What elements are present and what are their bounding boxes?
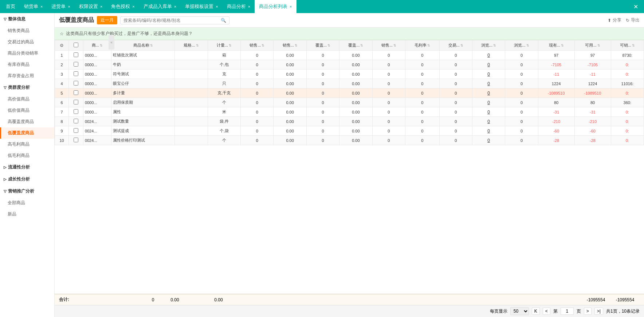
row-browse1[interactable]: 0	[472, 117, 505, 126]
sidebar-section-circulation[interactable]: ▷ 流通性分析	[0, 161, 54, 173]
row-sales-amt: 0.00	[274, 107, 306, 117]
search-icon[interactable]: 🔍	[221, 18, 226, 23]
row-checkbox[interactable]	[69, 136, 83, 145]
row-gross-margin: 0	[405, 79, 439, 88]
row-available: 80	[574, 98, 611, 107]
row-browse1[interactable]: 0	[472, 107, 505, 117]
close-icon[interactable]: ×	[40, 4, 43, 9]
select-all-checkbox[interactable]	[74, 43, 78, 47]
close-icon[interactable]: ×	[290, 4, 292, 9]
share-button[interactable]: ⬆ 分享	[608, 17, 621, 23]
row-name: 旺辅批次测试	[111, 51, 175, 60]
row-available: -7105	[574, 60, 611, 70]
row-checkbox[interactable]	[69, 117, 83, 126]
nav-tab-analysis-list[interactable]: 商品分析列表 ×	[255, 0, 296, 13]
row-gross-margin: 0	[405, 98, 439, 107]
export-label: 导出	[631, 17, 640, 23]
total-current-stock: -1095554	[581, 297, 610, 302]
row-coverage1: 0	[306, 60, 339, 70]
sidebar-item-high-value[interactable]: 高价值商品	[0, 94, 54, 105]
row-browse1[interactable]: 0	[472, 70, 505, 79]
row-sales-amt: 0.00	[274, 60, 306, 70]
row-checkbox[interactable]	[69, 60, 83, 70]
row-unit: 只	[208, 79, 240, 88]
nav-tab-template[interactable]: 单据模板设置 ×	[181, 0, 222, 13]
row-browse1[interactable]: 0	[472, 60, 505, 70]
row-checkbox[interactable]	[69, 98, 83, 107]
window-close-button[interactable]: ✕	[629, 3, 643, 10]
sidebar-item-high-profit[interactable]: 高毛利商品	[0, 139, 54, 150]
sidebar-item-all-goods[interactable]: 全部商品	[0, 197, 54, 209]
row-checkbox[interactable]	[69, 79, 83, 88]
nav-tab-sales[interactable]: 销货单 ×	[20, 0, 47, 13]
sidebar-collapse-button[interactable]: «	[109, 35, 114, 49]
period-button[interactable]: 近一月	[97, 16, 117, 24]
page-input[interactable]	[561, 308, 574, 315]
row-browse1[interactable]: 0	[472, 51, 505, 60]
sidebar-item-low-coverage[interactable]: 低覆盖度商品	[0, 127, 54, 139]
row-transaction: 0	[439, 98, 472, 107]
last-page-button[interactable]: >|	[594, 308, 603, 315]
close-icon[interactable]: ×	[248, 4, 250, 9]
row-transaction: 0	[439, 60, 472, 70]
sidebar-item-stock-capital[interactable]: 库存资金占用	[0, 70, 54, 82]
row-checkbox[interactable]	[69, 107, 83, 117]
close-icon[interactable]: ×	[132, 4, 134, 9]
row-spec	[175, 79, 208, 88]
nav-tab-role[interactable]: 角色授权 ×	[107, 0, 139, 13]
row-unit: 米	[208, 107, 240, 117]
row-browse1[interactable]: 0	[472, 88, 505, 98]
close-icon[interactable]: ×	[174, 4, 176, 9]
close-icon[interactable]: ×	[100, 4, 102, 9]
row-gross-margin: 0	[405, 70, 439, 79]
th-settings[interactable]: ⚙	[55, 40, 69, 51]
row-coverage2: 0.00	[339, 88, 372, 98]
sidebar-item-low-profit[interactable]: 低毛利商品	[0, 150, 54, 161]
close-icon[interactable]: ×	[68, 4, 70, 9]
row-checkbox[interactable]	[69, 70, 83, 79]
sidebar-section-marketing[interactable]: ▽ 营销推广分析	[0, 185, 54, 197]
sidebar-section-cluster[interactable]: ▽ 类群度分析	[0, 82, 54, 94]
row-browse1[interactable]: 0	[472, 126, 505, 136]
close-icon[interactable]: ×	[216, 4, 218, 9]
row-current-stock: -60	[538, 126, 574, 136]
row-checkbox[interactable]	[69, 88, 83, 98]
export-button[interactable]: ↻ 导出	[626, 17, 640, 23]
nav-tab-analysis[interactable]: 商品分析 ×	[223, 0, 255, 13]
sidebar-item-sales-goods[interactable]: 销售类商品	[0, 25, 54, 36]
row-name: 多计量	[111, 88, 175, 98]
share-label: 分享	[613, 17, 621, 23]
row-sales3: 0	[372, 60, 405, 70]
row-sellable: 360:	[611, 98, 644, 107]
first-page-button[interactable]: K	[532, 308, 540, 315]
prev-page-button[interactable]: <	[543, 308, 550, 315]
sidebar-section-overall[interactable]: ▽ 整体信息	[0, 13, 54, 25]
row-available: 97	[574, 51, 611, 60]
nav-tab-production[interactable]: 产成品入库单 ×	[139, 0, 181, 13]
settings-icon[interactable]: ⚙	[60, 43, 64, 48]
row-checkbox[interactable]	[69, 51, 83, 60]
sidebar-item-category-rate[interactable]: 商品分类动销率	[0, 48, 54, 59]
page-prefix-label: 第	[553, 308, 558, 314]
row-coverage1: 0	[306, 51, 339, 60]
row-browse2: 0	[505, 88, 538, 98]
row-browse2: 0	[505, 70, 538, 79]
export-icon: ↻	[626, 18, 629, 23]
sidebar-item-traded-goods[interactable]: 交易过的商品	[0, 36, 54, 48]
sidebar-item-high-coverage[interactable]: 高覆盖度商品	[0, 116, 54, 127]
nav-tab-home[interactable]: 首页	[1, 0, 20, 13]
row-browse1[interactable]: 0	[472, 136, 505, 145]
row-no: 8	[55, 117, 69, 126]
search-input[interactable]	[123, 18, 219, 23]
sidebar-item-new-goods[interactable]: 新品	[0, 209, 54, 220]
nav-tab-purchase[interactable]: 进货单 ×	[47, 0, 74, 13]
row-browse1[interactable]: 0	[472, 98, 505, 107]
sidebar-section-growth[interactable]: ▷ 成长性分析	[0, 173, 54, 185]
row-browse1[interactable]: 0	[472, 79, 505, 88]
row-checkbox[interactable]	[69, 126, 83, 136]
nav-tab-permission[interactable]: 权限设置 ×	[75, 0, 107, 13]
sidebar-item-low-value[interactable]: 低价值商品	[0, 105, 54, 116]
per-page-select[interactable]: 50 10 20 100	[510, 307, 529, 315]
sidebar-item-in-stock[interactable]: 有库存商品	[0, 59, 54, 70]
next-page-button[interactable]: >	[584, 308, 592, 315]
